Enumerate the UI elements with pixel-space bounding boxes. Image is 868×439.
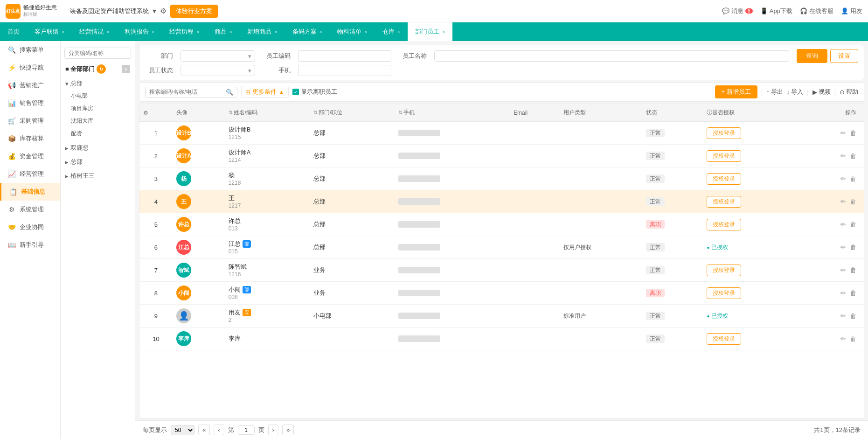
col-dept[interactable]: ⇅部门/职位 xyxy=(310,104,395,122)
dept-group-zhishu-label[interactable]: ▸ 植树王三 xyxy=(61,170,135,182)
sidebar-item-bizmanage[interactable]: 📈 经营管理 xyxy=(0,165,60,183)
tab-barcode[interactable]: 条码方案 × xyxy=(285,22,330,41)
edit-icon[interactable]: ✏ xyxy=(840,335,846,342)
tab-home[interactable]: 首页 xyxy=(0,22,27,41)
emp-name-input[interactable] xyxy=(434,50,789,62)
tab-warehouse[interactable]: 仓库 × xyxy=(375,22,408,41)
delete-icon[interactable]: 🗑 xyxy=(850,198,856,205)
sidebar-item-quicknav[interactable]: ⚡ 快捷导航 xyxy=(0,59,60,77)
export-btn[interactable]: ↑ 导出 xyxy=(766,88,783,96)
settings-gear[interactable]: ⚙ xyxy=(160,7,167,15)
sidebar-item-basic[interactable]: 📋 基础信息 xyxy=(0,183,60,201)
dept-collapse-btn[interactable]: « xyxy=(122,65,130,73)
tab-product-close[interactable]: × xyxy=(229,29,232,35)
dept-group-zb2-label[interactable]: ▸ 总部 xyxy=(61,156,135,168)
dept-leaf-project[interactable]: 项目库房 xyxy=(61,102,135,115)
toolbar-search-input[interactable] xyxy=(149,89,224,95)
tab-dept-employee-close[interactable]: × xyxy=(442,29,445,35)
delete-icon[interactable]: 🗑 xyxy=(850,175,856,182)
dept-search-input[interactable] xyxy=(64,48,131,59)
sidebar-item-guide[interactable]: 📖 新手引导 xyxy=(0,236,60,254)
authorize-btn[interactable]: 授权登录 xyxy=(707,127,741,139)
sidebar-item-sales[interactable]: 📊 销售管理 xyxy=(0,94,60,112)
tab-profit-close[interactable]: × xyxy=(152,29,154,35)
dept-leaf-xiaodian[interactable]: 小电部 xyxy=(61,90,135,102)
online-service-action[interactable]: 🎧 在线客服 xyxy=(800,7,833,15)
authorize-btn[interactable]: 授权登录 xyxy=(707,219,741,230)
page-size-select[interactable]: 50 20 100 xyxy=(171,425,194,435)
dept-group-shuanglu-label[interactable]: ▸ 双鹿想 xyxy=(61,142,135,154)
tab-customer-close[interactable]: × xyxy=(62,29,64,35)
authorize-btn[interactable]: 授权登录 xyxy=(707,173,741,185)
col-phone[interactable]: ⇅手机 xyxy=(395,104,510,122)
add-emp-btn[interactable]: + 新增员工 xyxy=(715,85,757,98)
authorize-btn[interactable]: 授权登录 xyxy=(707,287,741,299)
page-input[interactable] xyxy=(238,425,255,435)
tab-warehouse-close[interactable]: × xyxy=(397,29,400,35)
sidebar-item-purchase[interactable]: 🛒 采购管理 xyxy=(0,112,60,130)
tab-barcode-close[interactable]: × xyxy=(319,29,322,35)
authorize-btn[interactable]: 授权登录 xyxy=(707,150,741,162)
tab-bom[interactable]: 物料清单 × xyxy=(330,22,375,41)
sidebar-item-marketing[interactable]: 📢 营销推广 xyxy=(0,77,60,94)
edit-icon[interactable]: ✏ xyxy=(840,289,846,297)
last-page-btn[interactable]: » xyxy=(282,425,294,435)
sidebar-item-collab[interactable]: 🤝 企业协同 xyxy=(0,218,60,236)
toolbar-search-icon[interactable]: 🔍 xyxy=(226,89,233,96)
col-name[interactable]: ⇅姓名/编码 xyxy=(225,104,310,122)
tab-dept-employee[interactable]: 部门员工 × xyxy=(408,22,452,41)
sidebar-item-search[interactable]: 🔍 搜索菜单 xyxy=(0,41,60,59)
filter-more-btn[interactable]: ⊞ 更多条件 ▲ xyxy=(241,86,289,98)
dept-group-zongbu-label[interactable]: ▾ 总部 xyxy=(61,77,135,90)
next-page-btn[interactable]: › xyxy=(268,425,278,435)
first-page-btn[interactable]: « xyxy=(198,425,210,435)
tab-customer[interactable]: 客户联络 × xyxy=(27,22,72,41)
edit-icon[interactable]: ✏ xyxy=(840,175,846,182)
edit-icon[interactable]: ✏ xyxy=(840,312,846,320)
sidebar-item-system[interactable]: ⚙ 系统管理 xyxy=(0,201,60,218)
tab-bom-close[interactable]: × xyxy=(364,29,367,35)
help-btn[interactable]: ⊙ 帮助 xyxy=(840,88,858,96)
tab-operation[interactable]: 经营情况 × xyxy=(72,22,117,41)
delete-icon[interactable]: 🗑 xyxy=(850,129,856,137)
import-btn[interactable]: ↓ 导入 xyxy=(787,88,804,96)
sidebar-item-inventory[interactable]: 📦 库存核算 xyxy=(0,130,60,147)
prev-page-btn[interactable]: ‹ xyxy=(214,425,224,435)
delete-icon[interactable]: 🗑 xyxy=(850,289,856,297)
tab-profit[interactable]: 利润报告 × xyxy=(117,22,162,41)
edit-icon[interactable]: ✏ xyxy=(840,244,846,251)
tab-history[interactable]: 经营历程 × xyxy=(162,22,207,41)
authorize-btn[interactable]: 授权登录 xyxy=(707,196,741,208)
dept-leaf-peihuo[interactable]: 配货 xyxy=(61,127,135,140)
delete-icon[interactable]: 🗑 xyxy=(850,152,856,160)
edit-icon[interactable]: ✏ xyxy=(840,266,846,274)
view-btn[interactable]: ▶ 视频 xyxy=(812,88,831,96)
tab-operation-close[interactable]: × xyxy=(106,29,109,35)
settings-dropdown[interactable]: ▾ xyxy=(153,7,156,15)
edit-icon[interactable]: ✏ xyxy=(840,198,846,205)
delete-icon[interactable]: 🗑 xyxy=(850,266,856,274)
app-download-action[interactable]: 📱 App下载 xyxy=(760,7,792,15)
authorize-btn[interactable]: 授权登录 xyxy=(707,265,741,276)
delete-icon[interactable]: 🗑 xyxy=(850,221,856,228)
emp-status-select[interactable] xyxy=(181,65,255,76)
emp-code-input[interactable] xyxy=(298,50,391,62)
reset-btn[interactable]: 设置 xyxy=(830,49,858,63)
dept-select[interactable] xyxy=(181,50,255,62)
tab-product[interactable]: 商品 × xyxy=(207,22,240,41)
phone-input[interactable] xyxy=(298,65,391,76)
message-action[interactable]: 💬 消息 6 xyxy=(722,7,753,15)
dept-leaf-shenyang[interactable]: 沈阳大库 xyxy=(61,115,135,127)
delete-icon[interactable]: 🗑 xyxy=(850,244,856,251)
sidebar-item-finance[interactable]: 💰 资金管理 xyxy=(0,147,60,165)
delete-icon[interactable]: 🗑 xyxy=(850,312,856,320)
tab-new-product[interactable]: 新增商品 × xyxy=(240,22,285,41)
tab-new-product-close[interactable]: × xyxy=(274,29,277,35)
tab-history-close[interactable]: × xyxy=(196,29,199,35)
experience-btn[interactable]: 体验行业方案 xyxy=(170,5,218,18)
authorize-btn[interactable]: 授权登录 xyxy=(707,333,741,345)
query-btn[interactable]: 查询 xyxy=(797,49,827,63)
edit-icon[interactable]: ✏ xyxy=(840,152,846,160)
edit-icon[interactable]: ✏ xyxy=(840,221,846,228)
edit-icon[interactable]: ✏ xyxy=(840,129,846,137)
